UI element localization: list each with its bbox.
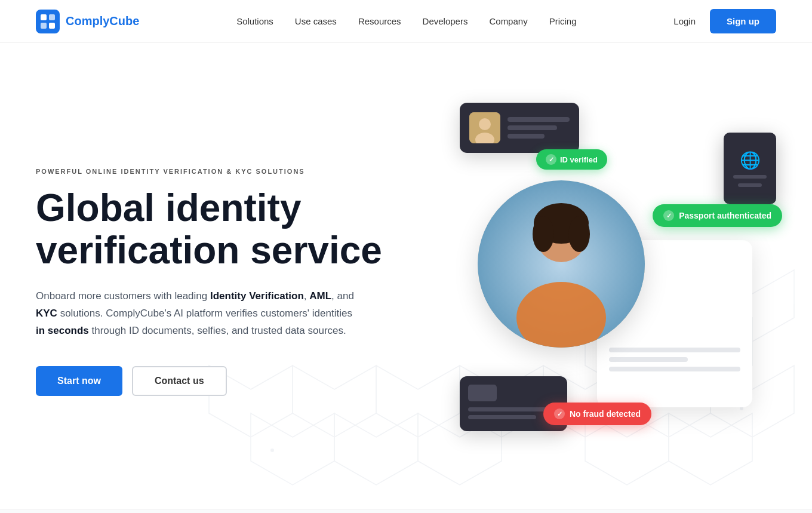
hero-description: Onboard more customers with leading Iden… [36,288,358,340]
person-photo-circle [478,180,645,348]
passport-authenticated-badge: ✓ Passport authenticated [653,204,782,227]
svg-marker-5 [0,43,60,103]
card-bottom-line-2 [468,415,536,419]
hero-title-line2: verification service [36,229,382,272]
svg-marker-9 [334,413,418,485]
id-card-avatar [469,112,500,143]
id-card-info-lines [508,117,570,139]
person-svg [478,180,645,348]
hero-eyebrow: POWERFUL ONLINE IDENTITY VERIFICATION & … [36,168,382,175]
nav-company[interactable]: Company [489,16,527,26]
svg-rect-2 [49,14,55,20]
start-now-button[interactable]: Start now [36,366,122,396]
hero-title-line1: Global identity [36,186,301,229]
signup-button[interactable]: Sign up [710,9,776,33]
svg-point-33 [533,216,554,252]
id-verified-badge: ✓ ID verified [536,149,607,170]
no-fraud-badge: ✓ No fraud detected [543,403,651,425]
navbar: ComplyCube Solutions Use cases Resources… [0,0,812,43]
no-fraud-label: No fraud detected [570,409,641,419]
passport-card-mockup: 🌐 [724,133,776,204]
passport-check-icon: ✓ [663,210,674,221]
logo-text: ComplyCube [66,14,139,28]
hero-buttons: Start now Contact us [36,366,382,396]
doc-line-3 [609,367,740,371]
svg-rect-3 [41,23,47,29]
svg-point-34 [568,216,590,252]
bold-identity-verification: Identity Verification [210,290,304,302]
nav-use-cases[interactable]: Use cases [295,16,337,26]
svg-rect-4 [49,23,55,29]
svg-point-27 [479,118,491,130]
svg-rect-1 [41,14,47,20]
no-fraud-check-icon: ✓ [554,408,565,419]
bold-kyc: KYC [36,308,57,319]
nav-right: Login Sign up [673,9,776,33]
svg-rect-0 [36,10,60,33]
nav-resources[interactable]: Resources [358,16,401,26]
logo-link[interactable]: ComplyCube [36,10,139,33]
doc-line-2 [609,357,688,362]
doc-card-lines [609,348,740,371]
check-icon: ✓ [546,154,556,165]
card-bottom-bar [468,385,497,401]
bottom-strip: ✓ [0,509,812,513]
bold-in-seconds: in seconds [36,325,89,336]
svg-marker-7 [251,413,334,485]
doc-line-1 [609,348,740,352]
passport-authenticated-label: Passport authenticated [679,211,771,220]
id-verified-label: ID verified [560,155,598,164]
id-card-mockup [460,103,579,153]
hero-title: Global identity verification service [36,187,382,271]
person-silhouette [478,180,645,348]
nav-solutions[interactable]: Solutions [236,16,273,26]
contact-us-button[interactable]: Contact us [132,366,227,396]
svg-point-21 [270,449,274,452]
hero-section: POWERFUL ONLINE IDENTITY VERIFICATION & … [0,43,812,509]
hero-left: POWERFUL ONLINE IDENTITY VERIFICATION & … [36,168,382,395]
nav-developers[interactable]: Developers [423,16,468,26]
login-button[interactable]: Login [673,16,696,26]
bold-aml: AML [309,290,331,302]
globe-icon: 🌐 [740,150,761,170]
passport-line-1 [733,175,767,179]
avatar-icon [469,112,500,143]
logo-icon [36,10,60,33]
hero-illustration: ✓ ID verified 🌐 ✓ Passport authenticated [442,97,776,467]
nav-pricing[interactable]: Pricing [549,16,577,26]
nav-links: Solutions Use cases Resources Developers… [236,16,576,27]
passport-line-2 [738,183,762,187]
